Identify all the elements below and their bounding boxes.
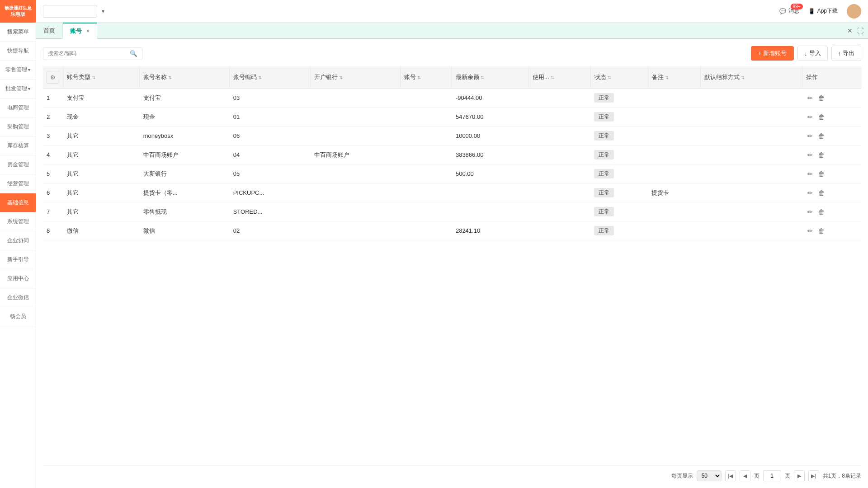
cell-remark xyxy=(648,221,700,240)
last-page-button[interactable]: ▶| xyxy=(808,470,819,481)
of-page-label: 页 xyxy=(785,472,790,480)
cell-usage xyxy=(528,108,590,127)
tab-account[interactable]: 账号 × xyxy=(63,23,97,39)
cell-status: 正常 xyxy=(590,127,648,145)
app-download-button[interactable]: 📱 App下载 xyxy=(808,7,838,15)
cell-usage xyxy=(528,127,590,145)
cell-usage xyxy=(528,145,590,164)
sidebar-item-purchase[interactable]: 采购管理 xyxy=(0,117,36,136)
sidebar-item-inventory[interactable]: 库存核算 xyxy=(0,136,36,155)
import-button[interactable]: ↓ 导入 xyxy=(797,46,828,61)
delete-button[interactable]: 🗑 xyxy=(816,226,826,235)
sort-balance-icon[interactable]: ⇅ xyxy=(481,75,484,80)
main-area: ▾ 💬 消息 99+ 📱 App下载 首页 账号 × ✕ ⛶ xyxy=(36,0,868,488)
cell-code: STORED... xyxy=(230,202,311,221)
top-header: ▾ 💬 消息 99+ 📱 App下载 xyxy=(36,0,868,23)
sort-remark-icon[interactable]: ⇅ xyxy=(665,75,669,80)
sort-bank-icon[interactable]: ⇅ xyxy=(339,75,343,80)
cell-balance: 500.00 xyxy=(452,164,528,183)
tab-close-icon[interactable]: × xyxy=(86,28,90,34)
cell-remark xyxy=(648,145,700,164)
search-button[interactable]: 🔍 xyxy=(125,47,142,60)
cell-usage xyxy=(528,89,590,108)
sidebar-item-quick[interactable]: 快捷导航 xyxy=(0,42,36,61)
app-label: App下载 xyxy=(817,7,838,15)
sidebar-item-app-center[interactable]: 应用中心 xyxy=(0,269,36,288)
table-row: 1 支付宝 支付宝 03 -90444.00 正常 ✏ 🗑 xyxy=(43,89,861,108)
sidebar-item-corp-wechat[interactable]: 企业微信 xyxy=(0,288,36,307)
cell-default-payment xyxy=(701,145,802,164)
cell-balance: 383866.00 xyxy=(452,145,528,164)
col-usage: 使用...⇅ xyxy=(528,66,590,89)
sidebar-item-guide[interactable]: 新手引导 xyxy=(0,250,36,269)
top-search-input[interactable] xyxy=(43,5,97,18)
avatar[interactable] xyxy=(847,4,861,19)
delete-button[interactable]: 🗑 xyxy=(816,150,826,160)
cell-id: 3 xyxy=(43,127,63,145)
sort-code-icon[interactable]: ⇅ xyxy=(258,75,262,80)
export-button[interactable]: ↑ 导出 xyxy=(831,46,862,61)
cell-account xyxy=(401,127,452,145)
edit-button[interactable]: ✏ xyxy=(806,94,815,103)
sidebar-item-retail[interactable]: 零售管理 ▾ xyxy=(0,61,36,80)
sidebar-item-ecommerce[interactable]: 电商管理 xyxy=(0,99,36,117)
cell-name: 微信 xyxy=(140,221,230,240)
cell-type: 其它 xyxy=(63,202,140,221)
edit-button[interactable]: ✏ xyxy=(806,113,815,122)
sort-payment-icon[interactable]: ⇅ xyxy=(741,75,745,80)
tab-home[interactable]: 首页 xyxy=(36,23,63,39)
cell-action: ✏ 🗑 xyxy=(802,127,861,145)
delete-button[interactable]: 🗑 xyxy=(816,169,826,178)
header-dropdown[interactable]: ▾ xyxy=(102,8,104,14)
cell-bank xyxy=(311,164,401,183)
search-input[interactable] xyxy=(43,47,125,59)
next-page-button[interactable]: ▶ xyxy=(794,470,805,481)
app-icon: 📱 xyxy=(808,8,815,14)
add-account-button[interactable]: + 新增账号 xyxy=(751,46,794,61)
cell-bank: 中百商场账户 xyxy=(311,145,401,164)
page-number-input[interactable] xyxy=(763,470,781,481)
cell-status: 正常 xyxy=(590,202,648,221)
edit-button[interactable]: ✏ xyxy=(806,150,815,160)
col-type: 账号类型⇅ xyxy=(63,66,140,89)
sidebar-item-operations[interactable]: 经营管理 xyxy=(0,174,36,193)
cell-balance xyxy=(452,202,528,221)
edit-button[interactable]: ✏ xyxy=(806,131,815,141)
cell-action: ✏ 🗑 xyxy=(802,108,861,127)
sidebar-item-finance[interactable]: 资金管理 xyxy=(0,155,36,174)
sidebar-item-agreement[interactable]: 企业协同 xyxy=(0,231,36,250)
delete-button[interactable]: 🗑 xyxy=(816,207,826,216)
first-page-button[interactable]: |◀ xyxy=(725,470,736,481)
edit-button[interactable]: ✏ xyxy=(806,169,815,178)
page-size-select[interactable]: 50 100 200 xyxy=(697,470,722,481)
sort-account-icon[interactable]: ⇅ xyxy=(417,75,421,80)
delete-button[interactable]: 🗑 xyxy=(816,94,826,103)
delete-button[interactable]: 🗑 xyxy=(816,131,826,141)
tab-expand-button[interactable]: ⛶ xyxy=(857,27,863,34)
cell-remark xyxy=(648,202,700,221)
sort-usage-icon[interactable]: ⇅ xyxy=(551,75,554,80)
sort-type-icon[interactable]: ⇅ xyxy=(92,75,95,80)
search-box: 🔍 xyxy=(43,47,142,60)
sort-status-icon[interactable]: ⇅ xyxy=(608,75,611,80)
sort-name-icon[interactable]: ⇅ xyxy=(168,75,172,80)
delete-button[interactable]: 🗑 xyxy=(816,188,826,197)
sidebar-item-basic[interactable]: 基础信息 xyxy=(0,193,36,212)
col-bank: 开户银行⇅ xyxy=(311,66,401,89)
sidebar-item-search[interactable]: 搜索菜单 xyxy=(0,23,36,42)
sidebar-item-system[interactable]: 系统管理 xyxy=(0,212,36,231)
cell-account xyxy=(401,202,452,221)
sidebar-item-member[interactable]: 畅会员 xyxy=(0,307,36,326)
status-badge: 正常 xyxy=(594,169,614,178)
cell-balance xyxy=(452,183,528,202)
edit-button[interactable]: ✏ xyxy=(806,207,815,216)
sidebar-item-wholesale[interactable]: 批发管理 ▾ xyxy=(0,80,36,99)
delete-button[interactable]: 🗑 xyxy=(816,113,826,122)
prev-page-button[interactable]: ◀ xyxy=(740,470,750,481)
message-button[interactable]: 💬 消息 99+ xyxy=(779,7,799,15)
tab-collapse-button[interactable]: ✕ xyxy=(847,27,853,34)
edit-button[interactable]: ✏ xyxy=(806,226,815,235)
edit-button[interactable]: ✏ xyxy=(806,188,815,197)
column-settings-button[interactable]: ⚙ xyxy=(47,71,59,84)
cell-code: 02 xyxy=(230,221,311,240)
